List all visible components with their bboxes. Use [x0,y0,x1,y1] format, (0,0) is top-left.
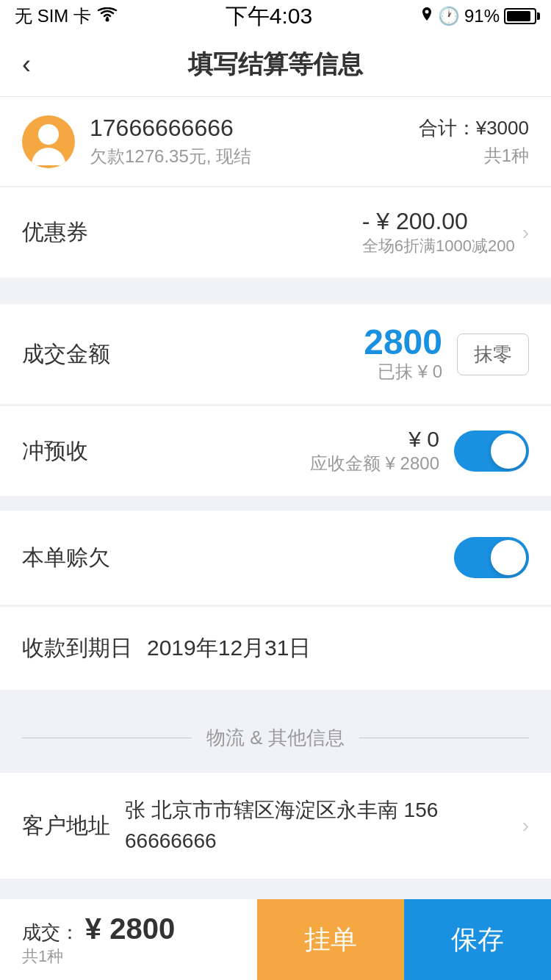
battery-icon [504,8,536,24]
amount-value: 2800 [364,325,442,360]
bottom-summary: 成交： ¥ 2800 共1种 [0,912,257,968]
user-sub: 欠款1276.35元, 现结 [90,145,251,168]
page-title: 填写结算等信息 [188,48,363,82]
battery-label: 91% [464,6,500,26]
user-left: 17666666666 欠款1276.35元, 现结 [22,115,251,168]
user-right: 合计：¥3000 共1种 [419,115,529,167]
this-order-toggle[interactable] [454,537,529,578]
alarm-icon: 🕐 [438,6,460,26]
round-button[interactable]: 抹零 [457,334,529,375]
divider-3 [0,690,551,703]
this-order-label: 本单赊欠 [22,543,110,573]
prepay-value: ¥ 0 [310,427,439,452]
status-right: 🕐 91% [420,6,536,26]
prepay-row: 冲预收 ¥ 0 应收金额 ¥ 2800 [0,406,551,496]
hold-button[interactable]: 挂单 [257,899,404,980]
bottom-total-line: 成交： ¥ 2800 [22,912,235,945]
coupon-label: 优惠券 [22,217,88,248]
status-left: 无 SIM 卡 [15,4,118,28]
amount-right: 2800 已抹 ¥ 0 抹零 [364,325,529,383]
status-bar: 无 SIM 卡 下午4:03 🕐 91% [0,0,551,32]
location-icon [420,6,433,26]
this-order-row: 本单赊欠 [0,511,551,605]
address-row[interactable]: 客户地址 张 北京市市辖区海淀区永丰南 156 66666666 › [0,773,551,879]
bottom-total-label: 成交： [22,921,79,943]
due-date-label: 收款到期日 [22,633,132,663]
avatar [22,115,75,168]
prepay-sub: 应收金额 ¥ 2800 [310,452,439,475]
user-card: 17666666666 欠款1276.35元, 现结 合计：¥3000 共1种 [0,97,551,186]
prepay-toggle[interactable] [454,430,529,472]
user-phone: 17666666666 [90,115,251,142]
wifi-icon [97,6,118,26]
section-line-left [22,738,192,738]
section-line-right [359,738,529,738]
divider-1 [0,291,551,304]
avatar-person [32,118,65,165]
divider-2 [0,497,551,511]
coupon-row[interactable]: 优惠券 - ¥ 200.00 全场6折满1000减200 › [0,187,551,278]
amount-section: 成交金额 2800 已抹 ¥ 0 抹零 [0,304,551,404]
prepay-toggle-knob [491,433,526,469]
save-button[interactable]: 保存 [404,899,551,980]
total-count: 共1种 [419,144,529,167]
amount-label: 成交金额 [22,339,110,370]
address-chevron-icon: › [522,814,529,837]
coupon-right: - ¥ 200.00 全场6折满1000减200 › [362,208,529,257]
coupon-discount: - ¥ 200.00 [362,208,515,235]
prepay-label: 冲预收 [22,436,88,466]
section-title: 物流 & 其他信息 [206,725,345,751]
section-header: 物流 & 其他信息 [0,703,551,773]
svg-point-1 [425,10,428,14]
bottom-bar: 成交： ¥ 2800 共1种 挂单 保存 [0,899,551,980]
status-time: 下午4:03 [226,1,312,32]
due-date-value: 2019年12月31日 [147,633,311,663]
hold-button-label: 挂单 [304,922,357,958]
coupon-subtext: 全场6折满1000减200 [362,235,515,257]
address-value: 张 北京市市辖区海淀区永丰南 156 66666666 [125,795,508,857]
back-button[interactable]: ‹ [22,49,31,80]
this-order-toggle-knob [491,540,526,575]
main-content: 17666666666 欠款1276.35元, 现结 合计：¥3000 共1种 … [0,97,551,980]
prepay-right: ¥ 0 应收金额 ¥ 2800 [310,427,529,475]
amount-row: 成交金额 2800 已抹 ¥ 0 抹零 [0,304,551,404]
address-label: 客户地址 [22,811,110,841]
amount-sub: 已抹 ¥ 0 [364,360,442,383]
bottom-count: 共1种 [22,945,235,968]
sim-label: 无 SIM 卡 [15,4,91,28]
user-info: 17666666666 欠款1276.35元, 现结 [90,115,251,168]
coupon-chevron-icon: › [522,221,529,245]
nav-bar: ‹ 填写结算等信息 [0,32,551,97]
bottom-total-value: ¥ 2800 [85,912,175,945]
svg-point-0 [106,18,109,22]
save-button-label: 保存 [451,922,504,958]
total-label: 合计：¥3000 [419,115,529,141]
prepay-amount: ¥ 0 应收金额 ¥ 2800 [310,427,439,475]
due-date-row: 收款到期日 2019年12月31日 [0,607,551,690]
